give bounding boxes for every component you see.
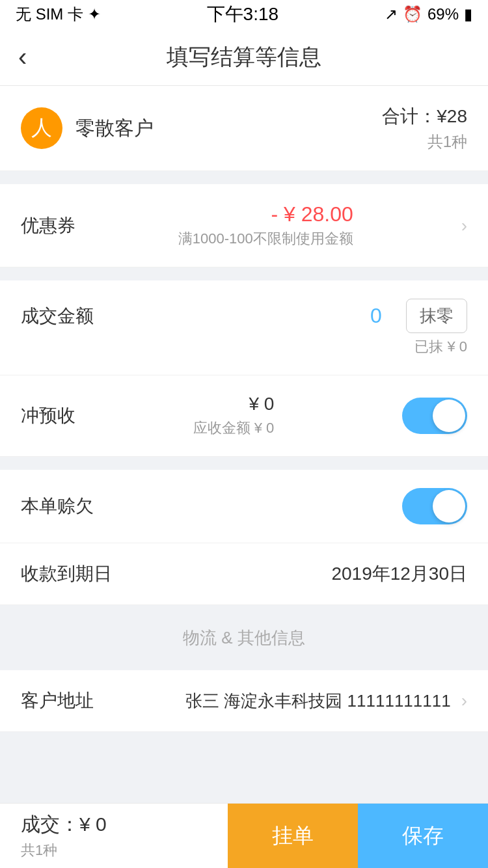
coupon-row[interactable]: 优惠券 - ¥ 28.00 满1000-100不限制使用金额 ›: [0, 184, 488, 267]
transaction-row: 成交金额 0 抹零 已抹 ¥ 0: [0, 280, 488, 375]
alarm-icon: ⏰: [403, 5, 422, 23]
due-date-row[interactable]: 收款到期日 2019年12月30日: [0, 543, 488, 605]
deal-label: 成交：: [21, 813, 79, 835]
nav-bar: ‹ 填写结算等信息: [0, 29, 488, 86]
round-zero-button[interactable]: 抹零: [406, 299, 467, 333]
customer-left: 人 零散客户: [21, 107, 154, 149]
transaction-sub: 已抹 ¥ 0: [21, 337, 467, 357]
status-bar: 无 SIM 卡 ✦ 下午3:18 ↗ ⏰ 69% ▮: [0, 0, 488, 29]
prepayment-right: ¥ 0 应收金额 ¥ 0: [193, 394, 275, 438]
credit-toggle-knob: [433, 490, 465, 522]
address-row[interactable]: 客户地址 张三 海淀永丰科技园 11111111111 ›: [0, 670, 488, 732]
back-button[interactable]: ‹: [18, 42, 27, 72]
address-value: 张三 海淀永丰科技园 11111111111: [185, 690, 451, 712]
divider-3: [0, 457, 488, 470]
address-chevron-icon: ›: [461, 690, 467, 711]
credit-label: 本单赊欠: [21, 494, 94, 519]
avatar: 人: [21, 107, 62, 149]
save-button-label: 保存: [402, 822, 444, 850]
toggle-knob: [433, 400, 465, 432]
prepayment-amount: ¥ 0: [193, 394, 275, 414]
prepayment-sub: 应收金额 ¥ 0: [193, 418, 275, 438]
coupon-discount: - ¥ 28.00: [178, 202, 353, 226]
credit-row: 本单赊欠: [0, 470, 488, 543]
transaction-value[interactable]: 0: [357, 304, 396, 328]
deal-amount: ¥ 0: [79, 813, 107, 835]
save-button[interactable]: 保存: [358, 804, 488, 868]
coupon-label: 优惠券: [21, 213, 75, 238]
status-time: 下午3:18: [207, 2, 279, 27]
prepayment-toggle[interactable]: [402, 398, 467, 434]
address-label: 客户地址: [21, 688, 94, 713]
customer-row: 人 零散客户 合计：¥28 共1种: [0, 86, 488, 171]
divider-5: [0, 657, 488, 670]
divider-1: [0, 171, 488, 184]
divider-4: [0, 605, 488, 618]
due-date-label: 收款到期日: [21, 562, 112, 586]
prepayment-label: 冲预收: [21, 403, 75, 428]
credit-toggle[interactable]: [402, 488, 467, 524]
coupon-description: 满1000-100不限制使用金额: [178, 229, 353, 249]
total-amount: 合计：¥28: [382, 104, 467, 129]
prepayment-row: 冲预收 ¥ 0 应收金额 ¥ 0: [0, 375, 488, 457]
sim-signal: 无 SIM 卡 ✦: [16, 4, 101, 25]
customer-right: 合计：¥28 共1种: [382, 104, 467, 152]
transaction-top: 成交金额 0 抹零: [21, 299, 467, 333]
bottom-count: 共1种: [21, 841, 207, 860]
address-right: 张三 海淀永丰科技园 11111111111 ›: [185, 690, 467, 712]
bottom-bar: 成交：¥ 0 共1种 挂单 保存: [0, 803, 488, 868]
logistics-label: 物流 & 其他信息: [183, 627, 305, 649]
customer-name: 零散客户: [75, 115, 154, 142]
divider-2: [0, 267, 488, 280]
logistics-section-header: 物流 & 其他信息: [0, 618, 488, 657]
avatar-icon: 人: [31, 114, 52, 142]
hang-button[interactable]: 挂单: [228, 804, 358, 868]
due-date-value: 2019年12月30日: [331, 562, 467, 586]
hang-button-label: 挂单: [272, 822, 314, 850]
bottom-deal: 成交：¥ 0: [21, 811, 207, 838]
status-right: ↗ ⏰ 69% ▮: [385, 5, 472, 23]
battery-text: 69%: [427, 5, 459, 23]
battery-icon: ▮: [464, 5, 472, 23]
chevron-right-icon: ›: [461, 215, 467, 236]
location-icon: ↗: [385, 5, 398, 23]
status-left: 无 SIM 卡 ✦: [16, 4, 101, 25]
transaction-label: 成交金额: [21, 304, 94, 329]
coupon-right: - ¥ 28.00 满1000-100不限制使用金额: [178, 202, 353, 249]
page-title: 填写结算等信息: [167, 42, 321, 72]
transaction-right: 0 抹零: [357, 299, 467, 333]
total-count: 共1种: [382, 131, 467, 152]
bottom-info: 成交：¥ 0 共1种: [0, 811, 228, 860]
